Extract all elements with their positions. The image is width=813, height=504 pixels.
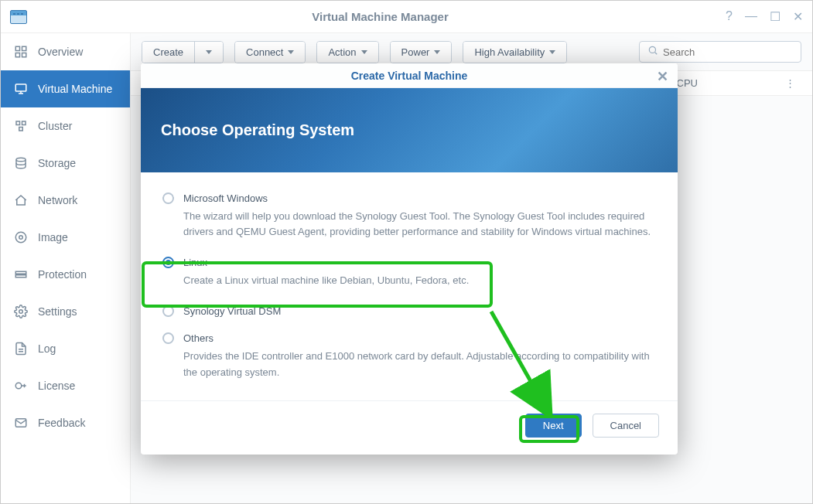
protection-icon — [13, 267, 29, 282]
caret-down-icon — [288, 50, 294, 54]
search-field[interactable] — [639, 41, 801, 63]
create-dropdown[interactable] — [195, 42, 223, 63]
close-window-button[interactable]: ✕ — [793, 9, 803, 24]
sidebar-item-label: Settings — [38, 305, 77, 318]
sidebar-item-label: Storage — [38, 157, 76, 169]
sidebar-item-image[interactable]: Image — [1, 219, 130, 256]
columns-menu[interactable]: ⋮ — [781, 77, 800, 89]
ha-button[interactable]: High Availability — [463, 42, 566, 63]
radio-windows[interactable] — [162, 192, 174, 204]
os-option-windows[interactable]: Microsoft Windows The wizard will help y… — [162, 186, 656, 250]
overview-icon — [13, 44, 29, 60]
sidebar-item-label: Virtual Machine — [38, 83, 112, 95]
network-icon — [13, 192, 29, 208]
os-label: Synology Virtual DSM — [183, 305, 281, 317]
os-desc: Create a Linux virtual machine like Debi… — [183, 273, 656, 288]
sidebar-item-label: Log — [38, 342, 56, 355]
next-button[interactable]: Next — [525, 414, 582, 438]
svg-rect-3 — [22, 53, 26, 57]
os-label: Microsoft Windows — [183, 192, 268, 204]
help-button[interactable]: ? — [726, 9, 733, 24]
create-vm-dialog: Create Virtual Machine ✕ Choose Operatin… — [141, 63, 678, 455]
sidebar-item-log[interactable]: Log — [1, 330, 130, 367]
sidebar-item-cluster[interactable]: Cluster — [1, 107, 130, 145]
svg-rect-4 — [15, 84, 26, 91]
action-button[interactable]: Action — [317, 42, 377, 63]
search-icon — [647, 45, 658, 59]
vm-icon — [13, 81, 29, 97]
dialog-banner: Choose Operating System — [141, 88, 678, 172]
settings-icon — [13, 304, 29, 319]
caret-down-icon — [361, 50, 367, 54]
sidebar-item-protection[interactable]: Protection — [1, 256, 130, 293]
svg-point-9 — [15, 232, 26, 243]
sidebar-item-network[interactable]: Network — [1, 182, 130, 219]
sidebar-item-settings[interactable]: Settings — [1, 293, 130, 330]
dialog-heading: Choose Operating System — [161, 121, 354, 139]
sidebar-item-virtual-machine[interactable]: Virtual Machine — [1, 70, 130, 107]
sidebar-item-label: Protection — [38, 268, 87, 281]
sidebar-item-feedback[interactable]: Feedback — [1, 404, 130, 441]
feedback-icon — [13, 415, 29, 431]
minimize-button[interactable]: — — [745, 9, 757, 24]
log-icon — [13, 341, 29, 356]
os-option-vdsm[interactable]: Synology Virtual DSM — [162, 299, 656, 326]
svg-rect-6 — [22, 121, 26, 125]
svg-point-10 — [19, 236, 23, 240]
sidebar: Overview Virtual Machine Cluster Storage… — [1, 33, 131, 503]
caret-down-icon — [206, 50, 212, 54]
caret-down-icon — [434, 50, 440, 54]
sidebar-item-label: Image — [38, 231, 68, 243]
svg-rect-11 — [15, 271, 26, 274]
svg-rect-1 — [22, 46, 26, 50]
app-icon — [10, 10, 27, 24]
svg-rect-12 — [15, 275, 26, 278]
sidebar-item-label: Overview — [38, 46, 83, 58]
titlebar: Virtual Machine Manager ? — ☐ ✕ — [1, 1, 812, 33]
os-label: Linux — [183, 257, 207, 268]
radio-linux[interactable] — [162, 257, 174, 268]
svg-rect-0 — [15, 46, 19, 50]
svg-rect-5 — [16, 121, 20, 125]
power-button[interactable]: Power — [391, 42, 452, 63]
svg-point-8 — [16, 158, 26, 162]
app-title: Virtual Machine Manager — [35, 10, 726, 23]
sidebar-item-label: Network — [38, 194, 77, 206]
caret-down-icon — [549, 50, 555, 54]
sidebar-item-label: License — [38, 380, 75, 392]
create-button[interactable]: Create — [142, 42, 195, 63]
sidebar-item-label: Cluster — [38, 120, 72, 132]
dialog-titlebar: Create Virtual Machine ✕ — [141, 63, 678, 88]
os-label: Others — [183, 332, 213, 344]
sidebar-item-overview[interactable]: Overview — [1, 33, 130, 70]
storage-icon — [13, 155, 29, 171]
svg-rect-7 — [19, 128, 23, 131]
sidebar-item-storage[interactable]: Storage — [1, 145, 130, 182]
sidebar-item-label: Feedback — [38, 417, 85, 429]
dialog-title: Create Virtual Machine — [351, 70, 468, 82]
cluster-icon — [13, 118, 29, 134]
search-input[interactable] — [663, 46, 793, 58]
os-option-others[interactable]: Others Provides the IDE controller and E… — [162, 326, 656, 390]
image-icon — [13, 230, 29, 245]
radio-vdsm[interactable] — [162, 305, 174, 317]
svg-point-16 — [649, 46, 655, 53]
license-icon — [13, 378, 29, 393]
svg-point-13 — [19, 310, 23, 314]
maximize-button[interactable]: ☐ — [770, 9, 781, 24]
sidebar-item-license[interactable]: License — [1, 367, 130, 404]
svg-rect-2 — [15, 53, 19, 57]
os-desc: Provides the IDE controller and E1000 ne… — [183, 349, 656, 380]
dialog-close-button[interactable]: ✕ — [657, 68, 668, 85]
cancel-button[interactable]: Cancel — [593, 414, 659, 438]
svg-point-14 — [15, 383, 22, 389]
radio-others[interactable] — [162, 332, 174, 344]
connect-button[interactable]: Connect — [235, 42, 305, 63]
os-desc: The wizard will help you download the Sy… — [183, 209, 656, 240]
os-option-linux[interactable]: Linux Create a Linux virtual machine lik… — [162, 250, 656, 299]
